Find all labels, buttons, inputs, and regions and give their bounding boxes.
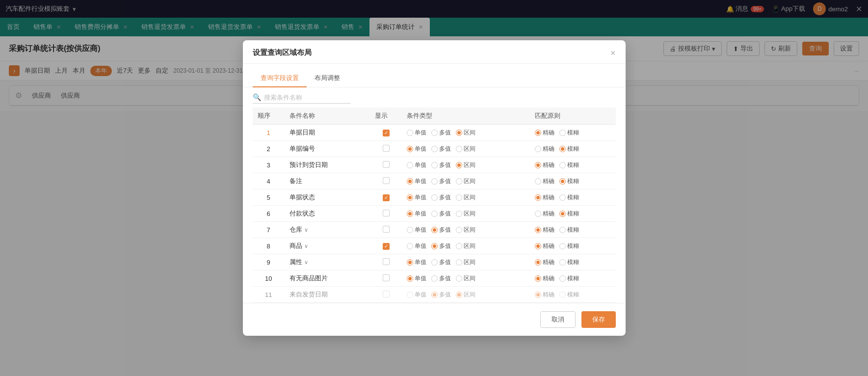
dialog-title: 设置查询区域布局 <box>253 48 312 57</box>
col-match-rule: 匹配原则 <box>530 107 615 111</box>
dialog-header: 设置查询区域布局 × <box>243 40 626 64</box>
dialog-tab-bar: 查询字段设置 布局调整 <box>243 64 626 87</box>
search-box: 🔍 <box>253 93 351 104</box>
dialog-table-head: 顺序 条件名称 显示 条件类型 匹配原则 <box>253 107 616 111</box>
search-icon: 🔍 <box>253 93 261 101</box>
col-display: 显示 <box>370 107 402 111</box>
dialog-tab-layout-adjust[interactable]: 布局调整 <box>307 70 348 87</box>
col-cond-type: 条件类型 <box>402 107 530 111</box>
dialog-search-area: 🔍 <box>243 87 626 107</box>
dialog-close-button[interactable]: × <box>610 49 616 57</box>
col-order: 顺序 <box>253 107 285 111</box>
dialog-set-query-layout: 设置查询区域布局 × 查询字段设置 布局调整 🔍 顺序 <box>243 40 626 111</box>
dialog-table: 顺序 条件名称 显示 条件类型 匹配原则 1单据日期✓单值多值区间精确模糊2单据… <box>253 107 616 111</box>
dialog-tab-layout-adjust-label: 布局调整 <box>315 74 340 81</box>
col-cond-name: 条件名称 <box>285 107 370 111</box>
dialog-table-wrap: 顺序 条件名称 显示 条件类型 匹配原则 1单据日期✓单值多值区间精确模糊2单据… <box>243 107 626 111</box>
dialog-tab-query-fields[interactable]: 查询字段设置 <box>253 70 307 87</box>
dialog-tab-query-fields-label: 查询字段设置 <box>261 74 299 81</box>
search-input[interactable] <box>264 94 342 101</box>
modal-overlay: 设置查询区域布局 × 查询字段设置 布局调整 🔍 顺序 <box>0 0 868 111</box>
